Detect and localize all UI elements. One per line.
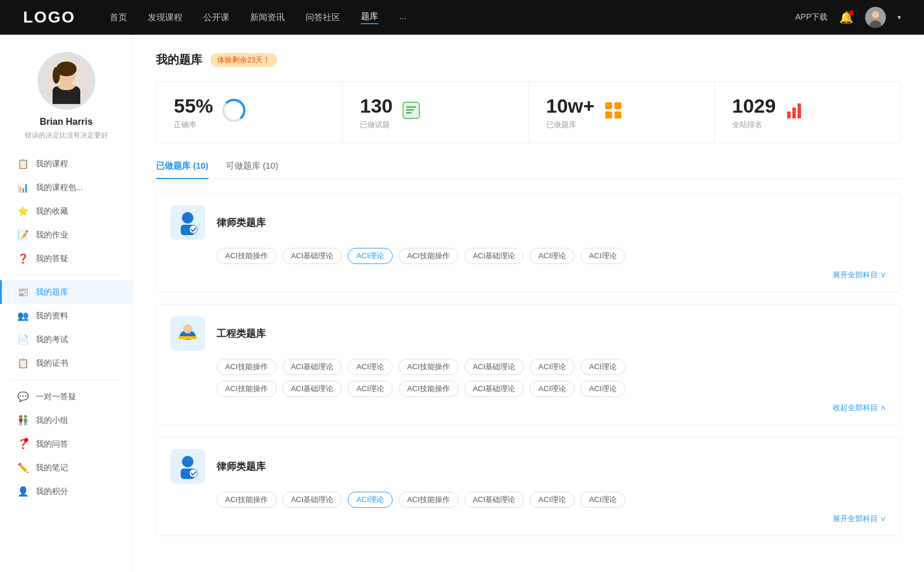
course-package-icon: 📊 — [17, 182, 29, 193]
bank-tag[interactable]: ACI理论 — [530, 248, 575, 264]
svg-point-28 — [182, 456, 193, 467]
svg-rect-17 — [605, 112, 612, 118]
nav-more[interactable]: ··· — [399, 13, 407, 23]
notification-bell[interactable]: 🔔 — [839, 10, 854, 24]
sidebar-item-label: 我的积分 — [36, 486, 68, 497]
bank-tag[interactable]: ACI技能操作 — [217, 248, 277, 264]
stat-icon-done — [401, 100, 422, 125]
sidebar-item-label: 我的小组 — [36, 415, 68, 426]
tab-done-banks[interactable]: 已做题库 (10) — [156, 161, 208, 179]
sidebar-item-homework[interactable]: 📝 我的作业 — [0, 223, 132, 247]
tabs: 已做题库 (10) 可做题库 (10) — [156, 161, 901, 179]
stat-ranking: 1029 全站排名 — [715, 82, 900, 143]
svg-point-1 — [872, 11, 880, 18]
sidebar-item-qa[interactable]: ❓ 我的答疑 — [0, 247, 132, 270]
bank-name-2: 工程类题库 — [217, 327, 266, 340]
bank-tag[interactable]: ACI理论 — [530, 492, 575, 508]
nav-news[interactable]: 新闻资讯 — [250, 12, 285, 23]
bank-tag[interactable]: ACI技能操作 — [398, 359, 459, 375]
sidebar-divider-2 — [12, 380, 121, 380]
user-avatar[interactable] — [865, 7, 886, 28]
bank-tag[interactable]: ACI基础理论 — [282, 492, 342, 508]
notification-badge — [849, 10, 854, 15]
bank-tag[interactable]: ACI理论 — [348, 381, 393, 397]
sidebar-item-favorites[interactable]: ⭐ 我的收藏 — [0, 199, 132, 223]
nav-qa[interactable]: 问答社区 — [305, 12, 340, 23]
bank-tag[interactable]: ACI理论 — [580, 248, 625, 264]
sidebar: Brian Harris 错误的决定比没有决定要好 📋 我的课程 📊 我的课程包… — [0, 35, 133, 572]
bank-tag[interactable]: ACI理论 — [530, 359, 575, 375]
app-download-button[interactable]: APP下载 — [795, 12, 828, 23]
homework-icon: 📝 — [17, 229, 29, 240]
bank-tag[interactable]: ACI基础理论 — [282, 248, 342, 264]
user-dropdown-chevron[interactable]: ▾ — [897, 13, 901, 21]
bank-tag[interactable]: ACI技能操作 — [398, 381, 459, 397]
bank-tag[interactable]: ACI基础理论 — [282, 381, 342, 397]
bank-tag[interactable]: ACI技能操作 — [398, 248, 459, 264]
navbar-right: APP下载 🔔 ▾ — [795, 7, 901, 28]
svg-rect-21 — [798, 103, 801, 118]
sidebar-user-motto: 错误的决定比没有决定要好 — [25, 131, 108, 140]
tab-available-banks[interactable]: 可做题库 (10) — [226, 161, 278, 179]
svg-rect-18 — [614, 112, 621, 118]
page-title: 我的题库 — [156, 52, 202, 68]
bank-card-lawyer-1: 律师类题库 ACI技能操作 ACI基础理论 ACI理论 ACI技能操作 ACI基… — [156, 193, 901, 292]
sidebar-item-label: 我的笔记 — [36, 463, 68, 473]
bank-tag[interactable]: ACI理论 — [580, 492, 625, 508]
bank-icon-lawyer-1 — [170, 205, 205, 240]
bank-tag[interactable]: ACI技能操作 — [398, 492, 459, 508]
nav-quiz[interactable]: 题库 — [361, 11, 378, 24]
bank-tags-2-row1: ACI技能操作 ACI基础理论 ACI理论 ACI技能操作 ACI基础理论 AC… — [217, 359, 886, 375]
stat-done-banks: 10w+ 已做题库 — [529, 82, 715, 143]
bank-tag[interactable]: ACI理论 — [530, 381, 575, 397]
sidebar-item-label: 我的答疑 — [36, 254, 68, 264]
bank-tag[interactable]: ACI理论 — [580, 359, 625, 375]
svg-point-22 — [182, 212, 193, 224]
sidebar-item-my-qa[interactable]: ❓ 我的问答 — [0, 432, 132, 456]
stat-icon-ranking — [784, 100, 804, 125]
sidebar-item-one-on-one[interactable]: 💬 一对一答疑 — [0, 385, 132, 408]
sidebar-item-exams[interactable]: 📄 我的考试 — [0, 328, 132, 351]
bank-collapse-btn[interactable]: 收起全部科目 ∧ — [170, 403, 886, 413]
bank-tag-active[interactable]: ACI理论 — [348, 492, 393, 508]
sidebar-item-my-courses[interactable]: 📋 我的课程 — [0, 152, 132, 176]
notes-icon: ✏️ — [17, 462, 29, 473]
sidebar-item-points[interactable]: 👤 我的积分 — [0, 480, 132, 503]
stat-accuracy: 55% 正确率 — [157, 82, 342, 143]
bank-expand-btn-3[interactable]: 展开全部科目 ∨ — [170, 514, 886, 524]
bank-expand-btn-1[interactable]: 展开全部科目 ∨ — [170, 270, 886, 280]
svg-point-27 — [183, 324, 192, 333]
sidebar-item-quiz-bank[interactable]: 📰 我的题库 — [0, 280, 132, 304]
sidebar-item-materials[interactable]: 👥 我的资料 — [0, 304, 132, 328]
svg-rect-16 — [614, 102, 621, 109]
bank-tag[interactable]: ACI技能操作 — [217, 381, 277, 397]
bank-tag[interactable]: ACI基础理论 — [464, 492, 524, 508]
sidebar-avatar — [38, 52, 95, 110]
sidebar-item-groups[interactable]: 👫 我的小组 — [0, 408, 132, 432]
sidebar-item-notes[interactable]: ✏️ 我的笔记 — [0, 456, 132, 480]
bank-name-1: 律师类题库 — [217, 216, 266, 229]
my-courses-icon: 📋 — [17, 158, 29, 169]
bank-header-2: 工程类题库 — [170, 316, 886, 351]
nav-open-course[interactable]: 公开课 — [203, 12, 229, 23]
sidebar-item-label: 我的问答 — [36, 439, 68, 450]
sidebar-item-course-package[interactable]: 📊 我的课程包... — [0, 176, 132, 199]
sidebar-item-certificates[interactable]: 📋 我的证书 — [0, 351, 132, 375]
nav-home[interactable]: 首页 — [110, 12, 127, 23]
my-qa-dot — [24, 438, 28, 442]
bank-tag[interactable]: ACI技能操作 — [217, 359, 277, 375]
nav-discover[interactable]: 发现课程 — [148, 12, 182, 23]
certificates-icon: 📋 — [17, 358, 29, 369]
bank-tag[interactable]: ACI技能操作 — [217, 492, 277, 508]
sidebar-item-label: 我的考试 — [36, 335, 68, 345]
bank-tag-active[interactable]: ACI理论 — [348, 248, 393, 264]
bank-tag[interactable]: ACI基础理论 — [464, 359, 524, 375]
bank-tag[interactable]: ACI基础理论 — [282, 359, 342, 375]
page-header: 我的题库 体验剩余23天！ — [156, 52, 901, 68]
bank-tag[interactable]: ACI理论 — [348, 359, 393, 375]
bank-tag[interactable]: ACI基础理论 — [464, 248, 524, 264]
bank-card-lawyer-2: 律师类题库 ACI技能操作 ACI基础理论 ACI理论 ACI技能操作 ACI基… — [156, 437, 901, 536]
bank-tag[interactable]: ACI基础理论 — [464, 381, 524, 397]
sidebar-item-label: 我的题库 — [36, 287, 68, 298]
bank-tag[interactable]: ACI理论 — [580, 381, 625, 397]
